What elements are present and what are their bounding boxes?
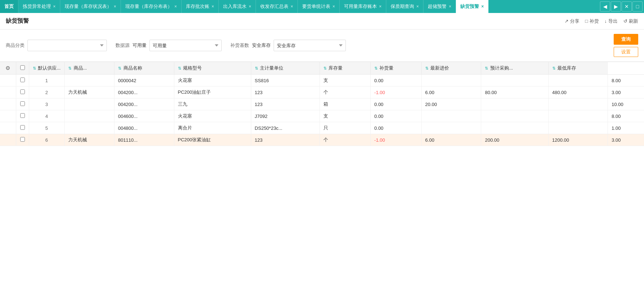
row-latest-price-cell (481, 122, 548, 134)
tab-batch-account[interactable]: 库存批次账 × (182, 0, 219, 13)
row-index-cell: 6 (29, 134, 64, 146)
row-spec-cell: DS250*23c... (251, 122, 319, 134)
col-header-stock[interactable]: ⇅ 库存量 (319, 62, 370, 75)
datasource-value: 可用量 (132, 42, 147, 49)
row-gear-cell (0, 98, 16, 110)
row-min-stock-cell: 8.00 (608, 75, 644, 87)
tab-inventory-dist[interactable]: 现存量（库存分布表） × (121, 0, 182, 13)
select-all-checkbox[interactable] (20, 65, 25, 70)
row-replenish-cell (421, 122, 481, 134)
row-min-stock-cell: 1.00 (608, 122, 644, 134)
table-container: ⚙ ⇅ 默认供应... ⇅ 商品... ⇅ 商品名称 (0, 62, 644, 146)
sort-icon-spec: ⇅ (178, 66, 181, 70)
replenish-action[interactable]: □ 补货 (585, 18, 599, 25)
tab-expiry-query-label: 保质期查询 (391, 3, 414, 10)
row-unit-cell: 只 (319, 122, 370, 134)
tab-shortage-warning-close[interactable]: × (481, 4, 484, 9)
replenish-base-filter-group: 补货基数 安全库存 安全库存 (230, 40, 346, 51)
col-header-code[interactable]: ⇅ 商品... (64, 62, 114, 75)
tab-spoilage-close[interactable]: × (53, 4, 56, 9)
tab-available-ledger-close[interactable]: × (379, 4, 382, 9)
row-checkbox-2[interactable] (20, 101, 25, 106)
row-unit-cell: 支 (319, 75, 370, 87)
export-action[interactable]: ↓ 导出 (605, 18, 618, 25)
row-unit-cell: 个 (319, 134, 370, 146)
datasource-select[interactable]: 可用量 (149, 40, 222, 51)
category-select[interactable] (27, 40, 107, 51)
col-latest-price-label: 最新进价 (430, 65, 449, 71)
shortage-table: ⚙ ⇅ 默认供应... ⇅ 商品... ⇅ 商品名称 (0, 62, 644, 146)
row-supplier-cell: 力天机械 (64, 87, 114, 98)
tab-spoilage[interactable]: 拣货异常处理 × (18, 0, 60, 13)
tab-inout-flow[interactable]: 出入库流水 × (219, 0, 256, 13)
tab-overstock-warning-close[interactable]: × (449, 4, 451, 9)
tab-home[interactable]: 首页 (0, 0, 18, 13)
tab-next-button[interactable]: ▶ (611, 1, 621, 12)
tab-overstock-warning[interactable]: 超储预警 × (423, 0, 456, 13)
col-header-supplier[interactable]: ⇅ 默认供应... (29, 62, 64, 75)
col-header-spec[interactable]: ⇅ 规格型号 (174, 62, 251, 75)
tab-receive-summary[interactable]: 收发存汇总表 × (256, 0, 298, 13)
tab-inout-flow-close[interactable]: × (249, 4, 251, 9)
tab-batch-account-close[interactable]: × (212, 4, 214, 9)
replenish-icon: □ (585, 18, 588, 24)
tab-receive-summary-close[interactable]: × (291, 4, 293, 9)
tab-expiry-query[interactable]: 保质期查询 × (386, 0, 423, 13)
row-replenish-cell: 6.00 (421, 87, 481, 98)
row-checkbox-1[interactable] (20, 89, 25, 94)
gear-icon[interactable]: ⚙ (5, 65, 10, 71)
settings-button[interactable]: 设置 (614, 47, 638, 57)
col-header-gear[interactable]: ⚙ (0, 62, 16, 75)
tab-prev-button[interactable]: ◀ (600, 1, 610, 12)
query-button[interactable]: 查询 (614, 34, 638, 45)
sort-icon-latest-price: ⇅ (425, 66, 428, 70)
table-header-row: ⚙ ⇅ 默认供应... ⇅ 商品... ⇅ 商品名称 (0, 62, 644, 75)
row-spec-cell: 123 (251, 87, 319, 98)
row-checkbox-4[interactable] (20, 125, 25, 130)
row-checkbox-cell (16, 98, 29, 110)
table-row: 4 004600... 火花塞 J7092 支 0.00 8.00 (0, 110, 644, 122)
sort-icon-estimated-purchase: ⇅ (485, 66, 488, 70)
col-header-estimated-purchase[interactable]: ⇅ 预计采购... (481, 62, 548, 75)
row-checkbox-0[interactable] (20, 78, 25, 82)
tab-spoilage-label: 拣货异常处理 (23, 3, 51, 10)
tab-inventory-dist-close[interactable]: × (174, 4, 177, 9)
row-supplier-cell: 力天机械 (64, 134, 114, 146)
share-icon: ↗ (565, 18, 569, 24)
share-action[interactable]: ↗ 分享 (565, 18, 579, 25)
col-header-replenish[interactable]: ⇅ 补货量 (370, 62, 421, 75)
export-label: 导出 (608, 18, 618, 25)
col-header-unit[interactable]: ⇅ 主计量单位 (251, 62, 319, 75)
row-index-cell: 3 (29, 98, 64, 110)
col-header-latest-price[interactable]: ⇅ 最新进价 (421, 62, 481, 75)
row-index-cell: 5 (29, 122, 64, 134)
table-row: 1 0000042 火花塞 SS816 支 0.00 8.00 (0, 75, 644, 87)
refresh-action[interactable]: ↺ 刷新 (623, 18, 638, 25)
tab-maximize-button[interactable]: □ (632, 1, 643, 12)
tab-available-ledger[interactable]: 可用量库存账本 × (340, 0, 386, 13)
replenish-base-select[interactable]: 安全库存 (274, 40, 346, 51)
row-supplier-cell (64, 122, 114, 134)
row-replenish-cell (421, 75, 481, 87)
filter-bar: 商品分类 数据源 可用量 可用量 补货基数 安全库存 安全库存 查询 设置 (0, 30, 644, 62)
row-checkbox-3[interactable] (20, 113, 25, 118)
tab-navigation: ◀ ▶ ✕ □ (599, 1, 644, 12)
row-code-cell: 801110... (114, 134, 174, 146)
col-header-min-stock[interactable]: ⇅ 最低库存 (548, 62, 608, 75)
row-replenish-cell: 20.00 (421, 98, 481, 110)
row-code-cell: 0000042 (114, 75, 174, 87)
tab-order-stats[interactable]: 要货单统计表 × (298, 0, 340, 13)
tab-inventory-status-close[interactable]: × (114, 4, 116, 9)
refresh-icon: ↺ (623, 18, 627, 24)
col-min-stock-label: 最低库存 (557, 65, 576, 71)
tab-expiry-query-close[interactable]: × (416, 4, 419, 9)
row-name-cell: 火花塞 (174, 75, 251, 87)
row-checkbox-5[interactable] (20, 137, 25, 142)
tab-order-stats-close[interactable]: × (332, 4, 335, 9)
row-checkbox-cell (16, 110, 29, 122)
tab-shortage-warning[interactable]: 缺货预警 × (456, 0, 488, 13)
col-header-name[interactable]: ⇅ 商品名称 (114, 62, 174, 75)
tab-close-all-button[interactable]: ✕ (622, 1, 632, 12)
tab-inventory-status[interactable]: 现存量（库存状况表） × (60, 0, 121, 13)
tab-bar: 首页 拣货异常处理 × 现存量（库存状况表） × 现存量（库存分布表） × 库存… (0, 0, 644, 13)
